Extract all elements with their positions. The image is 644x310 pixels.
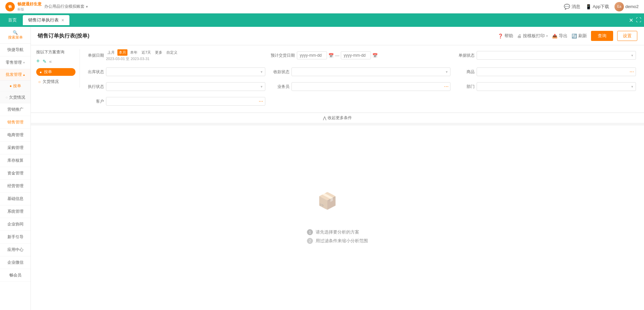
subitem-icon: ● (10, 84, 12, 88)
download-icon: 📱 (586, 4, 591, 9)
sidebar-item-quick-nav[interactable]: 快捷导航 (0, 44, 31, 56)
goods-more-icon[interactable]: ··· (630, 69, 634, 75)
date-tab-this-year[interactable]: 本年 (129, 49, 139, 56)
print-dropdown-icon[interactable]: ▾ (546, 34, 548, 38)
scheme-item-by-order[interactable]: ● 按单 (36, 68, 75, 76)
sidebar-item-purchase[interactable]: 采购管理 (0, 142, 31, 154)
receipt-select[interactable] (291, 67, 451, 76)
goods-input[interactable] (477, 67, 636, 76)
subitem-backorder-icon: ○ (6, 95, 8, 99)
goods-control: ··· (477, 67, 636, 76)
date-tab-this-month[interactable]: 本月 (117, 49, 127, 56)
date-tab-last-month[interactable]: 上月 (106, 49, 116, 56)
sidebar-item-operation[interactable]: 经营管理 (0, 180, 31, 193)
sidebar-purchase-label: 采购管理 (7, 145, 23, 150)
date-tab-more[interactable]: 更多 (154, 49, 164, 56)
query-button[interactable]: 查询 (591, 31, 613, 41)
sidebar-item-wechat[interactable]: 企业微信 (0, 256, 31, 269)
print-button[interactable]: 🖨 按模板打印 ▾ (517, 33, 548, 39)
tab-close-window-icon[interactable]: ✕ (629, 17, 633, 23)
filter-exec-group: 执行状态 (85, 82, 265, 91)
help-button[interactable]: ❓ 帮助 (498, 33, 513, 39)
page-actions: ❓ 帮助 🖨 按模板打印 ▾ 📤 导出 🔄 刷新 查询 设置 (498, 31, 637, 41)
hint-number-1: 1 (307, 229, 313, 235)
collapse-bar[interactable]: ⋀ 收起更多条件 (31, 113, 644, 123)
collapse-scheme-button[interactable]: « (49, 59, 52, 64)
salesman-input[interactable] (291, 82, 451, 91)
tab-home[interactable]: 首页 (3, 15, 22, 25)
customer-more-icon[interactable]: ··· (259, 98, 263, 104)
sidebar-item-marketing[interactable]: 营销推广 (0, 103, 31, 116)
export-icon: 📤 (552, 34, 557, 39)
help-icon: ❓ (498, 34, 503, 39)
sidebar-basic-info-label: 基础信息 (7, 196, 23, 201)
sidebar-item-system[interactable]: 系统管理 (0, 205, 31, 218)
scheme-icon-by-order: ● (40, 70, 42, 74)
tab-expand-icon[interactable]: ⛶ (636, 17, 641, 23)
date-tab-last-7[interactable]: 近7天 (140, 49, 152, 56)
set-button[interactable]: 设置 (617, 31, 637, 41)
outbound-label: 出库状态 (85, 69, 104, 75)
sidebar-search[interactable]: 🔍 搜索菜单 (0, 27, 31, 44)
doc-status-select[interactable] (477, 51, 636, 60)
add-scheme-button[interactable]: + (36, 58, 40, 65)
calendar-from-icon[interactable]: 📅 (328, 53, 334, 58)
dept-select[interactable] (477, 82, 636, 91)
sidebar-item-newbie[interactable]: 新手引导 (0, 231, 31, 244)
outbound-select[interactable] (106, 67, 265, 76)
sidebar-item-enterprise[interactable]: 企业协同 (0, 218, 31, 231)
salesman-more-icon[interactable]: ··· (444, 84, 448, 90)
sidebar-item-finance[interactable]: 资金管理 (0, 167, 31, 180)
sidebar-wholesale-label: 批发管理 (6, 72, 22, 77)
sidebar-item-app-center[interactable]: 应用中心 (0, 244, 31, 256)
user-profile[interactable]: Ea demo2 (614, 2, 639, 11)
app-subtitle: 标版 (17, 7, 42, 11)
filter-scheme-title: 按以下方案查询 (36, 49, 64, 55)
expected-date-from-input[interactable] (297, 51, 327, 59)
chevron-down-icon: ▾ (23, 61, 25, 64)
calendar-to-icon[interactable]: 📅 (372, 53, 378, 58)
filter-salesman-group: 业务员 ··· (271, 82, 451, 91)
filter-row-2: 出库状态 收款状态 (85, 67, 639, 79)
sidebar-member-label: 畅会员 (9, 273, 21, 277)
sidebar-subitem-backorder[interactable]: ○ 欠货情况 (0, 92, 31, 103)
sidebar-item-inventory[interactable]: 库存核算 (0, 154, 31, 167)
subitem-backorder-label: 欠货情况 (9, 95, 25, 100)
export-button[interactable]: 📤 导出 (552, 33, 568, 39)
sidebar: 🔍 搜索菜单 快捷导航 零售管理 ▾ 批发管理 ▴ ● 按单 ○ 欠货情况 营销… (0, 27, 31, 310)
sidebar-quick-nav-label: 快捷导航 (7, 47, 23, 52)
sidebar-item-member[interactable]: 畅会员 (0, 269, 31, 282)
scheme-backorder-label: 欠货情况 (43, 79, 59, 85)
receipt-control (291, 67, 451, 76)
sidebar-ecommerce-label: 电商管理 (7, 133, 23, 137)
doc-status-control (477, 51, 636, 60)
sidebar-item-wholesale[interactable]: 批发管理 ▴ (0, 69, 31, 81)
sidebar-item-basic-info[interactable]: 基础信息 (0, 193, 31, 205)
expected-date-to-input[interactable] (341, 51, 371, 59)
app-download-button[interactable]: 📱 App下载 (586, 4, 609, 10)
message-button[interactable]: 💬 消息 (564, 4, 580, 10)
sidebar-item-retail[interactable]: 零售管理 ▾ (0, 56, 31, 69)
sidebar-finance-label: 资金管理 (7, 171, 23, 175)
sidebar-item-sales[interactable]: 销售管理 (0, 116, 31, 129)
tab-close-icon[interactable]: × (61, 17, 64, 23)
edit-scheme-button[interactable]: ✎ (43, 59, 47, 64)
filter-row-1: 单据日期 上月 本月 本年 近7天 更多 自定义 (85, 49, 639, 64)
dept-control (477, 82, 636, 91)
hint-number-2: 2 (307, 238, 313, 244)
scheme-item-backorder[interactable]: ○ 欠货情况 (36, 78, 75, 86)
chevron-up-icon: ▴ (23, 73, 25, 76)
sidebar-item-ecommerce[interactable]: 电商管理 (0, 129, 31, 142)
exec-label: 执行状态 (85, 84, 104, 90)
filter-date-group: 单据日期 上月 本月 本年 近7天 更多 自定义 (85, 49, 265, 61)
refresh-button[interactable]: 🔄 刷新 (572, 33, 587, 39)
exec-select[interactable] (106, 82, 265, 91)
tab-sales-order[interactable]: 销售订单执行表 × (23, 15, 69, 25)
date-tab-custom[interactable]: 自定义 (165, 49, 179, 56)
sidebar-app-center-label: 应用中心 (7, 247, 23, 252)
goods-label: 商品 (456, 69, 475, 75)
breadcrumb-dropdown-icon[interactable]: ▾ (86, 4, 88, 9)
hint-2-text: 用过滤条件来缩小分析范围 (316, 238, 368, 244)
sidebar-subitem-by-order[interactable]: ● 按单 (0, 81, 31, 92)
customer-input[interactable] (106, 97, 265, 106)
